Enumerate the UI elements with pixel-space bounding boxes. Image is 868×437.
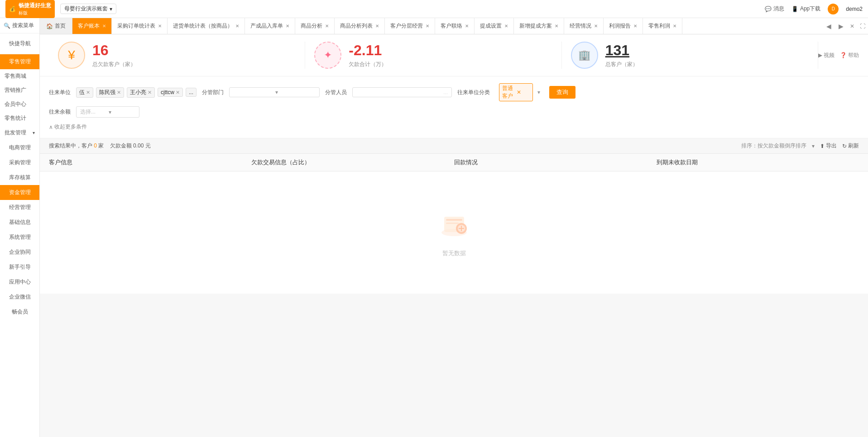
- tab-purchase-product-stats[interactable]: 进货单统计表（按商品） ✕: [168, 18, 245, 34]
- tab-product-analysis-list[interactable]: 商品分析列表 ✕: [335, 18, 385, 34]
- page-content: ¥ 16 总欠款客户（家） ✦ -2.11 欠款合计（万） 🏢: [40, 34, 868, 437]
- filter-balance-select[interactable]: 选择... ▾: [76, 106, 139, 118]
- remove-tag-chen[interactable]: ✕: [117, 90, 121, 95]
- chevron-down-icon: ▾: [109, 109, 135, 115]
- avatar[interactable]: D: [828, 4, 839, 14]
- query-button[interactable]: 查询: [549, 86, 575, 99]
- stat-actions: ▶ 视频 ❓ 帮助: [818, 52, 859, 59]
- tab-close-icon[interactable]: ✕: [375, 24, 379, 28]
- sidebar-item-retail-mall[interactable]: 零售商城: [0, 69, 39, 83]
- chevron-right-icon: ▾: [33, 130, 35, 135]
- filter-type-select[interactable]: 普通客户 ✕ ▾: [495, 82, 544, 103]
- refresh-button[interactable]: ↻ 刷新: [842, 142, 859, 150]
- sidebar-item-retail[interactable]: 零售管理: [0, 54, 39, 69]
- sidebar: 🔍 搜索菜单 快捷导航 零售管理 零售商城 营销推广 会员中心 零售统计 批发管…: [0, 18, 40, 437]
- stats-row: ¥ 16 总欠款客户（家） ✦ -2.11 欠款合计（万） 🏢: [40, 34, 868, 76]
- tab-commission-settings[interactable]: 提成设置 ✕: [475, 18, 514, 34]
- filter-tags-more[interactable]: ...: [186, 88, 197, 97]
- tab-customer-ledger[interactable]: 客户账本 ✕: [72, 18, 112, 34]
- stat-label-total: 总客户（家）: [605, 61, 638, 68]
- sort-control[interactable]: 排序：按欠款金额倒序排序: [741, 142, 806, 150]
- sidebar-item-apps[interactable]: 应用中心: [0, 275, 39, 290]
- sidebar-item-member[interactable]: 会员中心: [0, 97, 39, 111]
- sidebar-item-inventory[interactable]: 库存核算: [0, 170, 39, 185]
- topbar-right: 💬 消息 📱 App下载 D demo2: [765, 4, 863, 14]
- empty-text: 暂无数据: [442, 249, 466, 257]
- stat-icon-debt: ✦: [314, 42, 341, 69]
- tab-close-icon[interactable]: ✕: [594, 24, 598, 28]
- sidebar-item-wholesale[interactable]: 批发管理 ▾: [0, 125, 39, 140]
- remove-tag-wang[interactable]: ✕: [148, 90, 152, 95]
- search-menu[interactable]: 🔍 搜索菜单: [0, 18, 39, 33]
- help-button[interactable]: ❓ 帮助: [840, 52, 859, 59]
- tab-next-icon[interactable]: ▶: [835, 23, 847, 30]
- filter-row-1: 往来单位 伍 ✕ 陈民强 ✕ 王小亮 ✕: [49, 82, 859, 103]
- sidebar-item-basics[interactable]: 基础信息: [0, 215, 39, 230]
- tab-product-analysis[interactable]: 商品分析 ✕: [295, 18, 335, 34]
- sidebar-item-marketing[interactable]: 营销推广: [0, 83, 39, 97]
- video-button[interactable]: ▶ 视频: [818, 52, 834, 59]
- tab-customer-tier[interactable]: 客户分层经营 ✕: [385, 18, 435, 34]
- filter-tag-chen: 陈民强 ✕: [96, 87, 124, 98]
- stat-values-total: 131 总客户（家）: [605, 42, 638, 68]
- stat-icon-building: 🏢: [571, 42, 598, 69]
- tab-profit-report[interactable]: 利润报告 ✕: [604, 18, 643, 34]
- sidebar-item-ecommerce[interactable]: 电商管理: [0, 140, 39, 155]
- sidebar-item-vip[interactable]: 畅会员: [0, 304, 39, 319]
- tab-purchase-stats[interactable]: 采购订单统计表 ✕: [112, 18, 168, 34]
- username-label[interactable]: demo2: [846, 6, 863, 12]
- more-options-icon: ...: [443, 89, 448, 95]
- remove-tag-wu[interactable]: ✕: [86, 90, 90, 95]
- topbar: 💰 畅捷通好生意 标版 母婴行业演示账套 ▾ 💬 消息 📱 App下载 D de…: [0, 0, 868, 18]
- quick-nav-item[interactable]: 快捷导航: [0, 36, 39, 51]
- filter-person-input[interactable]: ...: [352, 87, 452, 97]
- app-download-button[interactable]: 📱 App下载: [791, 5, 820, 13]
- tab-retail-profit[interactable]: 零售利润 ✕: [643, 18, 682, 34]
- filter-type-label: 往来单位分类: [457, 89, 490, 96]
- sidebar-item-guide[interactable]: 新手引导: [0, 260, 39, 275]
- export-button[interactable]: ⬆ 导出: [820, 142, 837, 150]
- logo[interactable]: 💰 畅捷通好生意 标版: [5, 0, 55, 18]
- sidebar-item-purchase[interactable]: 采购管理: [0, 155, 39, 170]
- tab-operations[interactable]: 经营情况 ✕: [564, 18, 604, 34]
- tab-maximize-icon[interactable]: ⛶: [857, 23, 868, 29]
- account-selector[interactable]: 母婴行业演示账套 ▾: [60, 4, 116, 14]
- messages-button[interactable]: 💬 消息: [765, 5, 784, 13]
- tab-prev-icon[interactable]: ◀: [823, 23, 835, 30]
- tab-close-icon[interactable]: ✕: [102, 24, 106, 28]
- tab-close-icon[interactable]: ✕: [426, 24, 429, 28]
- filter-tag-wu: 伍 ✕: [76, 87, 93, 98]
- logo-icon: 💰: [9, 6, 16, 12]
- export-icon: ⬆: [820, 143, 825, 149]
- tab-close-icon[interactable]: ✕: [555, 24, 558, 28]
- collapse-filters-button[interactable]: ∧ 收起更多条件: [49, 123, 859, 131]
- tab-close-icon[interactable]: ✕: [325, 24, 329, 28]
- remove-type-tag[interactable]: ✕: [517, 89, 530, 95]
- tab-close-icon[interactable]: ✕: [673, 24, 676, 28]
- sidebar-item-collab[interactable]: 企业协同: [0, 245, 39, 260]
- filter-dept-label: 分管部门: [202, 89, 224, 96]
- sidebar-item-wechat[interactable]: 企业微信: [0, 290, 39, 304]
- empty-state: 暂无数据: [40, 171, 868, 294]
- tab-new-commission[interactable]: 新增提成方案 ✕: [514, 18, 564, 34]
- chevron-down-icon[interactable]: ▾: [812, 143, 815, 149]
- sidebar-item-system[interactable]: 系统管理: [0, 230, 39, 245]
- filter-tag-wang: 王小亮 ✕: [127, 87, 155, 98]
- tab-close-icon[interactable]: ✕: [235, 24, 239, 28]
- tab-close-icon[interactable]: ✕: [504, 24, 508, 28]
- tab-close-icon[interactable]: ✕: [633, 24, 637, 28]
- sidebar-item-retail-stats[interactable]: 零售统计: [0, 111, 39, 125]
- tab-close-icon[interactable]: ✕: [158, 24, 162, 28]
- tab-close-icon[interactable]: ✕: [286, 24, 289, 28]
- filter-dept-select[interactable]: ▾: [229, 87, 320, 97]
- tab-home[interactable]: 🏠 首页: [40, 18, 72, 34]
- sidebar-item-finance[interactable]: 资金管理: [0, 185, 39, 200]
- results-actions: 排序：按欠款金额倒序排序 ▾ ⬆ 导出 ↻ 刷新: [741, 142, 859, 150]
- tab-close-icon[interactable]: ✕: [465, 24, 469, 28]
- remove-tag-cjttcw[interactable]: ✕: [176, 90, 180, 95]
- sidebar-item-operations[interactable]: 经营管理: [0, 200, 39, 215]
- tab-production-entry[interactable]: 产成品入库单 ✕: [245, 18, 295, 34]
- tab-scroll-controls: ◀ ▶ ✕ ⛶: [823, 18, 868, 34]
- tab-customer-contact[interactable]: 客户联络 ✕: [435, 18, 475, 34]
- tab-close-all-icon[interactable]: ✕: [847, 23, 857, 29]
